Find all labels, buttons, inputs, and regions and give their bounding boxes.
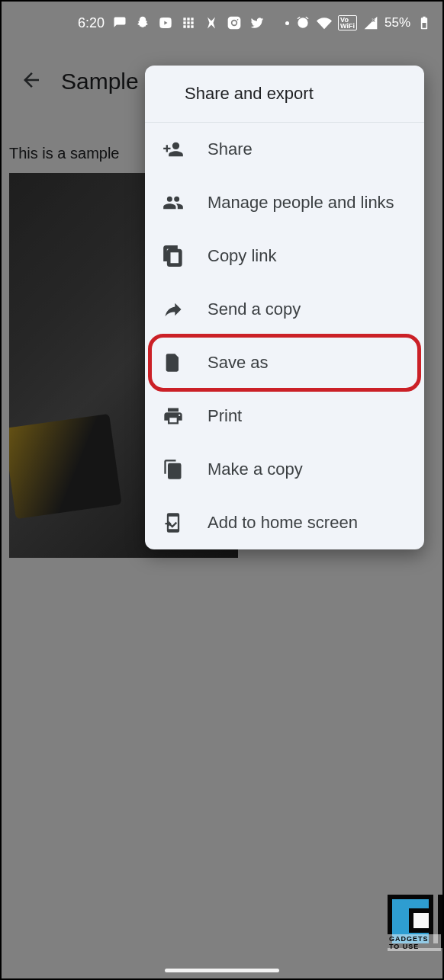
print-icon	[162, 405, 185, 428]
menu-item-make-copy[interactable]: Make a copy	[145, 443, 424, 496]
status-dot-icon	[285, 21, 289, 25]
menu-header[interactable]: Share and export	[145, 66, 424, 123]
menu-item-label: Save as	[208, 353, 269, 373]
menu-item-label: Share	[208, 139, 253, 159]
home-indicator[interactable]	[165, 969, 279, 972]
battery-text: 55%	[384, 15, 410, 30]
alarm-icon	[295, 15, 310, 30]
snapchat-icon	[135, 15, 150, 30]
menu-item-print[interactable]: Print	[145, 389, 424, 443]
clock-text: 6:20	[78, 15, 105, 31]
add-to-home-icon	[162, 511, 185, 534]
signal-icon: x	[363, 15, 378, 30]
menu-item-label: Make a copy	[208, 460, 303, 479]
menu-item-manage-people[interactable]: Manage people and links	[145, 176, 424, 229]
youtube-icon	[158, 15, 173, 30]
grid-icon	[181, 15, 196, 30]
menu-item-save-as[interactable]: Save as	[145, 336, 424, 389]
menu-item-label: Send a copy	[208, 299, 301, 319]
watermark: GADGETS TO USE	[388, 895, 442, 948]
share-export-menu: Share and export Share Manage people and…	[145, 66, 424, 549]
twitter-icon	[249, 15, 265, 30]
volte-icon: VoWiFi	[338, 15, 357, 30]
menu-title: Share and export	[185, 84, 314, 104]
menu-item-add-home-screen[interactable]: Add to home screen	[145, 496, 424, 549]
menu-item-copy-link[interactable]: Copy link	[145, 229, 424, 283]
copy-icon	[162, 245, 185, 267]
forward-icon	[162, 298, 185, 321]
people-icon	[162, 191, 185, 214]
wifi-icon	[317, 15, 332, 30]
battery-icon	[417, 15, 432, 30]
file-icon	[162, 351, 185, 374]
menu-item-label: Manage people and links	[208, 193, 394, 213]
file-copy-icon	[162, 458, 185, 481]
person-add-icon	[162, 138, 185, 161]
screen: Sample This is a sample 6:20 VoWiFi x 55…	[2, 2, 442, 978]
watermark-text: GADGETS TO USE	[388, 934, 441, 951]
menu-item-label: Print	[208, 406, 242, 426]
menu-item-share[interactable]: Share	[145, 123, 424, 176]
menu-item-label: Add to home screen	[208, 513, 358, 533]
highlight-annotation	[148, 334, 421, 392]
notification-icon	[112, 15, 127, 30]
menu-item-label: Copy link	[208, 246, 276, 266]
status-bar: 6:20 VoWiFi x 55%	[2, 2, 442, 44]
menu-item-send-copy[interactable]: Send a copy	[145, 283, 424, 336]
instagram-icon	[227, 15, 242, 30]
app-icon	[204, 15, 219, 30]
